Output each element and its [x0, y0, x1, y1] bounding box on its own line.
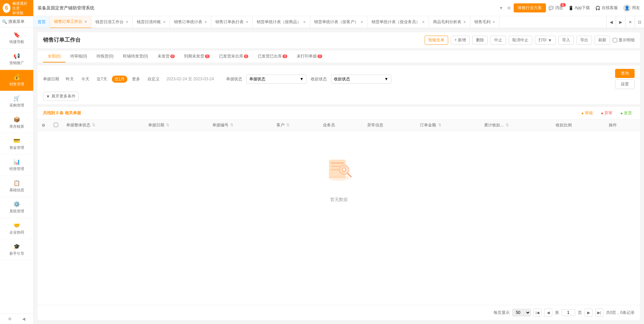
add-button[interactable]: + 新增	[451, 36, 470, 45]
message-item[interactable]: 💬 消息 6	[549, 5, 563, 11]
per-page-select[interactable]: 50 100 200	[512, 309, 531, 316]
sidebar-item-快捷导航[interactable]: 🔖快捷导航	[0, 28, 33, 49]
last-page-btn[interactable]: ▶|	[595, 309, 603, 317]
online-service-item[interactable]: 🎧 在线客服	[595, 5, 618, 11]
tab-expand-btn[interactable]: ⊡	[635, 16, 644, 28]
tab-item-9[interactable]: 商品毛利分析表✕	[429, 16, 470, 28]
tab-list: 首页销售订单工作台✕钱货日清工作台✕钱货日清对账✕销售订单统计表✕销售订单执行表…	[34, 16, 606, 28]
set-button[interactable]: 设置	[615, 79, 635, 89]
sidebar-item-库存核算[interactable]: 📦库存核算	[0, 112, 33, 133]
sidebar-item-新手引导[interactable]: 🎓新手引导	[0, 239, 33, 260]
th-received: 累计收款... ⇅	[480, 120, 552, 131]
tab-close-all-btn[interactable]: ✕	[625, 16, 635, 28]
nav-icon: 💳	[13, 137, 20, 144]
expand-btn[interactable]: ▼ 展开更多条件	[43, 92, 79, 101]
date-opt-近7天[interactable]: 近7天	[94, 76, 110, 83]
subtab-已发货已出库[interactable]: 已发货已出库0	[253, 51, 292, 63]
tab-item-3[interactable]: 钱货日清对账✕	[133, 16, 170, 28]
tab-item-2[interactable]: 钱货日清工作台✕	[91, 16, 133, 28]
subtab-待审核[interactable]: 待审核(0)	[66, 51, 92, 63]
tab-item-7[interactable]: 销货单统计表（按客户）✕	[310, 16, 368, 28]
delete-button[interactable]: 删除	[472, 36, 488, 45]
select-all-checkbox[interactable]	[54, 123, 58, 127]
cancel-stop-button[interactable]: 取消中止	[509, 36, 532, 45]
settings-icon[interactable]: ⚙	[8, 317, 12, 321]
subtab-已发货未出库[interactable]: 已发货未出库0	[214, 51, 253, 63]
revoke-btn[interactable]: ● 弃审	[598, 110, 615, 117]
date-filter-label: 单据日期	[43, 76, 59, 82]
app-download-item[interactable]: 📱 App下载	[568, 5, 590, 11]
subtab-旺铺待发货[interactable]: 旺铺待发货(0)	[118, 51, 153, 63]
smart-gen-button[interactable]: 智能生单	[425, 36, 448, 45]
refresh-button[interactable]: 刷新	[595, 36, 610, 45]
prev-page-btn[interactable]: ◀	[544, 309, 552, 317]
tab-close-icon[interactable]: ✕	[84, 20, 87, 24]
settings-gear-icon[interactable]: ⚙	[507, 6, 511, 10]
subtab-待拣货[interactable]: 待拣货(0)	[92, 51, 118, 63]
pagination: 每页显示 50 100 200 |◀ ◀ 第 页 ▶ ▶| 共0页，0条记录	[38, 305, 640, 320]
content-area: 销售订单工作台 智能生单 + 新增 删除 中止 取消中止 打印 ▼ 导入 导出 …	[34, 28, 644, 324]
topbar-icons: 💬 消息 6 📱 App下载 🎧 在线客服 👤 用友	[549, 4, 640, 12]
status-select[interactable]: 单据状态 ▼	[246, 75, 307, 84]
tab-close-icon[interactable]: ✕	[126, 20, 128, 24]
first-page-btn[interactable]: |◀	[533, 309, 542, 317]
next-page-btn[interactable]: ▶	[585, 309, 593, 317]
user-item[interactable]: 👤 用友	[623, 4, 640, 12]
stop-button[interactable]: 中止	[490, 36, 506, 45]
tab-item-4[interactable]: 销售订单统计表✕	[170, 16, 211, 28]
date-opt-昨天[interactable]: 昨天	[63, 76, 77, 83]
subtab-到期未发货[interactable]: 到期未发货0	[179, 51, 214, 63]
table-section: 共找到 0 条 相关单据 ● 审核 ● 弃审 ●	[38, 107, 640, 320]
tab-item-8[interactable]: 销货单统计表（按业务员）✕	[368, 16, 429, 28]
tab-item-6[interactable]: 销货单统计表（按商品）✕	[253, 16, 310, 28]
page-number-input[interactable]	[562, 309, 575, 316]
subtab-全部[interactable]: 全部(0)	[43, 51, 66, 63]
tab-close-icon[interactable]: ✕	[360, 20, 363, 24]
tab-item-5[interactable]: 销售订单执行表✕	[211, 16, 253, 28]
collapse-icon[interactable]: ◀	[22, 317, 25, 321]
subtab-未打印单据[interactable]: 未打印单据0	[292, 51, 327, 63]
tab-close-icon[interactable]: ✕	[303, 20, 306, 24]
tab-item-10[interactable]: 销售毛利✕	[470, 16, 500, 28]
date-opt-更多[interactable]: 更多	[129, 76, 143, 83]
industry-btn[interactable]: 体验行业方案	[514, 3, 546, 12]
sidebar-item-基础信息[interactable]: 📋基础信息	[0, 176, 33, 197]
sidebar-search[interactable]: 🔍 搜索菜单	[0, 16, 33, 28]
sidebar-item-采购管理[interactable]: 🛒采购管理	[0, 91, 33, 112]
tab-close-icon[interactable]: ✕	[163, 20, 166, 24]
date-opt-今天[interactable]: 今天	[79, 76, 92, 83]
th-settings[interactable]: ⚙	[38, 120, 50, 131]
tab-close-icon[interactable]: ✕	[422, 20, 425, 24]
table-scroll-area[interactable]: ⚙ 单据整体状态 ⇅ 单据日期 ⇅ 单据编号 ⇅ 客户 ⇅ 业务员 异常信息 订…	[38, 120, 640, 305]
tab-close-icon[interactable]: ✕	[463, 20, 466, 24]
tab-item-0[interactable]: 首页	[34, 16, 50, 28]
sidebar-item-经营管理[interactable]: 📊经营管理	[0, 155, 33, 176]
tab-next-btn[interactable]: ▶	[616, 16, 625, 28]
subtab-badge: 0	[283, 54, 287, 58]
show-detail-label: 显示明细	[613, 37, 635, 43]
chevron-down-icon[interactable]: ▼	[499, 6, 503, 10]
sidebar-item-企业协同[interactable]: 🤝企业协同	[0, 218, 33, 239]
sidebar-item-销售管理[interactable]: 💰销售管理	[0, 70, 33, 91]
audit-btn[interactable]: ● 审核	[578, 110, 595, 117]
date-opt-近1月[interactable]: 近1月	[112, 76, 128, 83]
date-opt-自定义[interactable]: 自定义	[145, 76, 162, 83]
tab-prev-btn[interactable]: ◀	[606, 16, 616, 28]
query-button[interactable]: 查询	[615, 69, 635, 78]
payment-select[interactable]: 收款状态 ▼	[331, 75, 391, 84]
subtab-未发货[interactable]: 未发货0	[153, 51, 180, 63]
tab-close-icon[interactable]: ✕	[492, 20, 495, 24]
sidebar-item-资金管理[interactable]: 💳资金管理	[0, 133, 33, 155]
subtab-badge: 0	[244, 54, 249, 58]
tab-close-icon[interactable]: ✕	[204, 20, 207, 24]
sidebar-item-营销推广[interactable]: 📢营销推广	[0, 49, 33, 70]
print-button[interactable]: 打印 ▼	[535, 36, 556, 45]
export-button[interactable]: 导出	[576, 36, 592, 45]
import-button[interactable]: 导入	[558, 36, 574, 45]
tab-close-icon[interactable]: ✕	[246, 20, 248, 24]
tab-item-1[interactable]: 销售订单工作台✕	[50, 16, 91, 28]
th-checkbox[interactable]	[50, 120, 62, 131]
ship-btn[interactable]: ● 发货	[618, 110, 635, 117]
show-detail-checkbox[interactable]	[613, 38, 617, 42]
sidebar-item-系统管理[interactable]: ⚙️系统管理	[0, 197, 33, 218]
